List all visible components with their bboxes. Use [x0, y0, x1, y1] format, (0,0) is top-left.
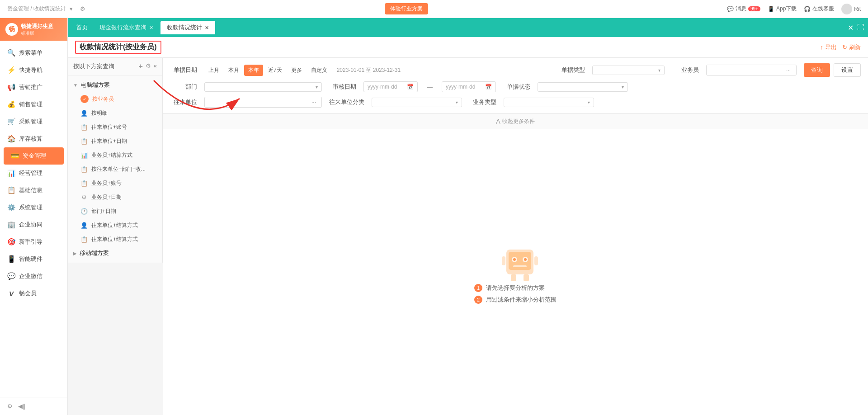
tab-bank-close-icon[interactable]: ✕: [149, 25, 153, 31]
scheme-unit-dept-icon: 📋: [80, 166, 88, 173]
empty-illustration: [493, 241, 538, 277]
doc-status-label: 单据状态: [503, 83, 530, 91]
refresh-button[interactable]: ↻ 刷新: [842, 43, 861, 52]
sidebar-label-guide: 新手引导: [19, 238, 42, 246]
page-title-bar: 收款情况统计(按业务员) ↑ 导出 ↻ 刷新: [68, 37, 868, 58]
sidebar-item-inventory[interactable]: 🏠 库存核算: [0, 130, 67, 147]
sidebar-item-operation[interactable]: 📊 经营管理: [0, 165, 67, 182]
member-icon: V: [7, 290, 15, 297]
dropdown-arrow-icon[interactable]: ▾: [70, 5, 73, 12]
purchase-icon: 🛒: [7, 118, 15, 126]
scheme-item-salesman[interactable]: ✓ 按业务员: [68, 92, 162, 106]
tab-receipt[interactable]: 收款情况统计 ✕: [160, 21, 215, 34]
trial-button[interactable]: 体验行业方案: [385, 3, 428, 14]
tab-bank[interactable]: 现金银行流水查询 ✕: [93, 21, 160, 34]
export-button[interactable]: ↑ 导出: [821, 43, 837, 52]
settings-button[interactable]: 设置: [834, 63, 861, 77]
audit-date-from[interactable]: yyyy-mm-dd 📅: [363, 81, 418, 92]
online-service-area[interactable]: 🎧 在线客服: [804, 5, 834, 13]
scheme-item-detail[interactable]: 👤 按明细: [68, 106, 162, 120]
scheme-item-salesman-date[interactable]: ⚙ 业务员+日期: [68, 190, 162, 204]
sidebar-item-marketing[interactable]: 📢 营销推广: [0, 79, 67, 96]
date-tab-7days[interactable]: 近7天: [264, 65, 286, 76]
scheme-unit-account-label: 往来单位+账号: [91, 123, 127, 131]
user-area[interactable]: Rit: [841, 4, 861, 14]
scheme-group-desktop-header[interactable]: ▼ 电脑端方案: [68, 78, 162, 92]
sidebar-item-guide[interactable]: 🎯 新手引导: [0, 233, 67, 250]
panel-collapse-icon[interactable]: «: [154, 62, 157, 71]
partner-select[interactable]: ···: [204, 97, 322, 108]
scheme-group-mobile-header[interactable]: ▶ 移动端方案: [68, 246, 162, 260]
biz-type-select[interactable]: ▾: [504, 98, 594, 107]
settings-icon[interactable]: ⚙: [80, 5, 85, 12]
scheme-item-unit-settle1[interactable]: 👤 往来单位+结算方式: [68, 218, 162, 232]
date-tab-more[interactable]: 更多: [287, 65, 306, 76]
annotation-container: 按以下方案查询 + ⚙ « ▼ 电脑端方案: [68, 58, 163, 415]
date-tab-custom[interactable]: 自定义: [307, 65, 331, 76]
empty-tips: 1 请先选择要分析的方案 2 用过滤条件来缩小分析范围: [474, 284, 557, 304]
scheme-unit-dept-label: 按往来单位+部门+收...: [91, 165, 146, 173]
scheme-item-salesman-settle[interactable]: 📊 业务员+结算方式: [68, 148, 162, 162]
sales-icon: 💰: [7, 100, 15, 108]
sidebar-item-wechat[interactable]: 💬 企业微信: [0, 268, 67, 285]
top-header: 资金管理 / 收款情况统计 ▾ ⚙ 体验行业方案 💬 消息 99+ 📱 App下…: [0, 0, 868, 18]
tip-item-2: 2 用过滤条件来缩小分析范围: [474, 296, 557, 304]
calendar-to-icon[interactable]: 📅: [485, 84, 492, 90]
bottom-collapse-icon[interactable]: ◀‖: [18, 403, 26, 410]
sidebar-item-sales[interactable]: 💰 销售管理: [0, 96, 67, 113]
scheme-item-unit-date[interactable]: 📋 往来单位+日期: [68, 134, 162, 148]
sidebar-item-capital[interactable]: 💳 资金管理: [4, 147, 64, 165]
sidebar-item-purchase[interactable]: 🛒 采购管理: [0, 113, 67, 130]
refresh-label: 刷新: [849, 43, 861, 52]
close-window-btn[interactable]: ✕: [848, 24, 854, 32]
doc-type-select[interactable]: ▾: [592, 66, 665, 75]
scheme-list: ▼ 电脑端方案 ✓ 按业务员 👤 按明细: [68, 75, 162, 263]
sidebar-item-search[interactable]: 🔍 搜索菜单: [0, 44, 67, 61]
sidebar-item-company[interactable]: 🏢 企业协同: [0, 216, 67, 233]
date-tab-this-year[interactable]: 本年: [244, 65, 263, 76]
collapse-bar[interactable]: ⋀ 收起更多条件: [163, 113, 868, 129]
message-label: 消息: [736, 5, 746, 13]
tip-2-text: 用过滤条件来缩小分析范围: [486, 296, 557, 304]
svg-rect-7: [513, 265, 527, 267]
add-scheme-icon[interactable]: +: [138, 62, 142, 71]
app-download-area[interactable]: 📱 App下载: [768, 5, 797, 13]
scheme-item-salesman-acct[interactable]: 📋 业务员+账号: [68, 176, 162, 190]
biz-type-label: 业务类型: [469, 98, 496, 106]
date-tab-this-month[interactable]: 本月: [224, 65, 243, 76]
sidebar-label-member: 畅会员: [19, 289, 37, 297]
date-filter-control: 上月 本月 本年 近7天 更多 自定义 2023-01-01 至 2023-12…: [204, 65, 551, 76]
sidebar-item-quick[interactable]: ⚡ 快捷导航: [0, 61, 67, 79]
bottom-settings-icon[interactable]: ⚙: [7, 403, 13, 410]
maximize-window-btn[interactable]: ⛶: [857, 24, 864, 32]
tab-home[interactable]: 首页: [71, 21, 92, 34]
left-panel: 按以下方案查询 + ⚙ « ▼ 电脑端方案: [68, 58, 163, 263]
nav-menu: 🔍 搜索菜单 ⚡ 快捷导航 📢 营销推广 💰 销售管理 🛒 采购管理 🏠: [0, 41, 67, 397]
svg-rect-9: [534, 256, 538, 265]
tab-receipt-close-icon[interactable]: ✕: [205, 25, 209, 31]
audit-date-to[interactable]: yyyy-mm-dd 📅: [442, 81, 496, 92]
partner-category-select[interactable]: ▾: [372, 98, 462, 107]
sidebar-item-hardware[interactable]: 📱 智能硬件: [0, 250, 67, 268]
app-download-label: App下载: [776, 5, 797, 13]
dept-select[interactable]: ▾: [204, 82, 322, 92]
sidebar-item-system[interactable]: ⚙️ 系统管理: [0, 199, 67, 216]
service-icon: 🎧: [804, 6, 811, 12]
partner-more-icon[interactable]: ···: [310, 99, 318, 105]
date-tab-last-month[interactable]: 上月: [204, 65, 223, 76]
filter-area: 单据日期 上月 本月 本年 近7天 更多 自定义 2023-01-01 至 20…: [163, 58, 868, 113]
scheme-item-unit-account[interactable]: 📋 往来单位+账号: [68, 120, 162, 134]
salesman-more-icon[interactable]: ···: [784, 67, 793, 73]
salesman-select[interactable]: ···: [706, 65, 797, 75]
scheme-item-dept-date[interactable]: 🕐 部门+日期: [68, 204, 162, 218]
calendar-from-icon[interactable]: 📅: [407, 84, 414, 90]
sidebar-item-member[interactable]: V 畅会员: [0, 285, 67, 302]
messages-area[interactable]: 💬 消息 99+: [727, 5, 760, 13]
scheme-settings-icon[interactable]: ⚙: [146, 62, 151, 71]
doc-status-select[interactable]: ▾: [538, 82, 628, 92]
export-icon: ↑: [821, 44, 824, 51]
sidebar-item-base[interactable]: 📋 基础信息: [0, 182, 67, 199]
query-button[interactable]: 查询: [804, 63, 830, 77]
scheme-item-unit-dept[interactable]: 📋 按往来单位+部门+收...: [68, 162, 162, 176]
scheme-item-unit-settle2[interactable]: 📋 往来单位+结算方式: [68, 232, 162, 246]
